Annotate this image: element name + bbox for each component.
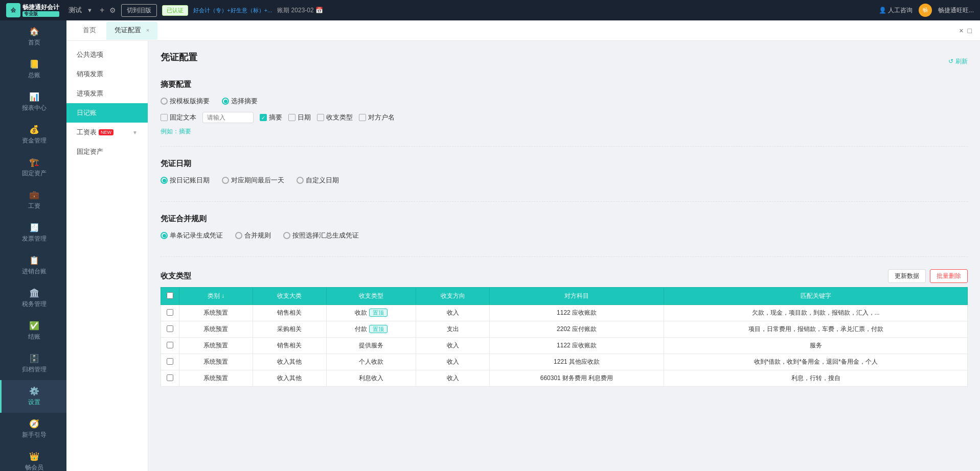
- switch-version-button[interactable]: 切到旧版: [121, 4, 157, 17]
- row-checkbox[interactable]: [167, 342, 173, 348]
- sidebar-item-purchase[interactable]: 📋 进销台账: [0, 249, 66, 282]
- payment-types-actions: 更新数据 批量删除: [888, 269, 968, 283]
- counterpart-checkbox-box: [359, 114, 366, 121]
- sidebar-item-ledger[interactable]: 📒 总账: [0, 53, 66, 86]
- left-nav-sales[interactable]: 销项发票: [66, 64, 148, 84]
- sidebar-item-tax[interactable]: 🏛️ 税务管理: [0, 282, 66, 315]
- sidebar-item-settle[interactable]: ✅ 结账: [0, 315, 66, 347]
- row-checkbox-cell[interactable]: [161, 305, 179, 321]
- row-checkbox-cell[interactable]: [161, 338, 179, 354]
- th-major: 收支大类: [253, 288, 326, 305]
- tab-config[interactable]: 凭证配置 ×: [106, 21, 157, 40]
- radio-summary-rule[interactable]: 按照选择汇总生成凭证: [283, 231, 359, 240]
- asset-icon: 🏗️: [29, 157, 39, 167]
- radio-custom-date[interactable]: 自定义日期: [297, 176, 339, 185]
- refresh-icon: ↺: [948, 58, 953, 65]
- row-checkbox[interactable]: [167, 358, 173, 365]
- row-major: 采购相关: [253, 321, 326, 338]
- maximize-window-button[interactable]: □: [968, 27, 972, 35]
- sidebar-item-label: 发票管理: [22, 234, 47, 243]
- sidebar-item-invoice[interactable]: 🧾 发票管理: [0, 217, 66, 249]
- row-subject: 2202 应付账款: [490, 321, 664, 338]
- th-type: 收支类型: [326, 288, 416, 305]
- th-checkbox[interactable]: [161, 288, 179, 305]
- radio-select-summary[interactable]: 选择摘要: [222, 97, 258, 106]
- support-label[interactable]: 👤 人工咨询: [879, 6, 913, 15]
- pay-type-checkbox[interactable]: 收支类型: [317, 113, 353, 122]
- counterpart-checkbox[interactable]: 对方户名: [359, 113, 395, 122]
- dropdown-arrow[interactable]: ▼: [87, 7, 93, 13]
- fixed-text-checkbox[interactable]: 固定文本: [161, 113, 196, 122]
- sidebar-item-report[interactable]: 📊 报表中心: [0, 86, 66, 119]
- main-layout: 🏠 首页 📒 总账 📊 报表中心 💰 资金管理 🏗️ 固定资产 💼 工资 🧾 发…: [0, 20, 980, 471]
- close-window-button[interactable]: ×: [959, 27, 963, 35]
- left-nav-salary-table[interactable]: 工资表 NEW ▼: [66, 123, 148, 142]
- row-checkbox-cell[interactable]: [161, 370, 179, 387]
- batch-delete-button[interactable]: 批量删除: [930, 269, 968, 283]
- tab-bar-actions: × □: [959, 27, 972, 35]
- sidebar-item-settings[interactable]: ⚙️ 设置: [0, 380, 66, 413]
- payment-types-section: 收支类型 更新数据 批量删除 类别 ↓: [161, 269, 968, 397]
- row-checkbox-cell[interactable]: [161, 321, 179, 338]
- merge-rules-radio-group: 单条记录生成凭证 合并规则 按照选择汇总生成凭证: [161, 231, 968, 240]
- left-nav: 公共选项 销项发票 进项发票 日记账 工资表 NEW ▼ 固定资产: [66, 41, 148, 471]
- fixed-text-input[interactable]: [202, 112, 254, 123]
- home-icon: 🏠: [29, 27, 39, 36]
- fixed-text-checkbox-box: [161, 114, 168, 121]
- left-nav-fixed-asset[interactable]: 固定资产: [66, 142, 148, 161]
- tax-icon: 🏛️: [29, 288, 39, 298]
- sidebar-item-home[interactable]: 🏠 首页: [0, 20, 66, 53]
- page-title: 凭证配置: [161, 51, 197, 63]
- type-tag[interactable]: 置顶: [369, 309, 388, 317]
- radio-circle-template: [161, 98, 168, 105]
- sidebar-item-member[interactable]: 👑 畅会员: [0, 445, 66, 471]
- top-bar-right: 👤 人工咨询 畅 畅捷通旺旺...: [879, 4, 974, 17]
- tab-bar: 首页 凭证配置 × × □: [66, 20, 980, 41]
- sidebar-item-guide[interactable]: 🧭 新手引导: [0, 413, 66, 445]
- select-all-checkbox[interactable]: [167, 292, 173, 299]
- settle-icon: ✅: [29, 321, 39, 331]
- content-area: 首页 凭证配置 × × □ 公共选项 销项发票 进项发票: [66, 20, 980, 471]
- left-nav-public[interactable]: 公共选项: [66, 45, 148, 64]
- row-checkbox[interactable]: [167, 325, 173, 332]
- update-data-button[interactable]: 更新数据: [888, 269, 926, 283]
- type-tag[interactable]: 置顶: [369, 325, 388, 333]
- row-checkbox-cell[interactable]: [161, 354, 179, 370]
- radio-template-summary[interactable]: 按模板版摘要: [161, 97, 210, 106]
- chevron-down-icon: ▼: [132, 130, 138, 135]
- summary-checkbox[interactable]: ✓ 摘要: [260, 113, 282, 122]
- radio-merge-rule[interactable]: 合并规则: [235, 231, 271, 240]
- user-name: 畅捷通旺旺...: [938, 6, 974, 15]
- row-checkbox[interactable]: [167, 374, 173, 381]
- fund-icon: 💰: [29, 125, 39, 134]
- row-direction: 收入: [416, 370, 490, 387]
- row-major: 销售相关: [253, 305, 326, 321]
- row-category: 系统预置: [179, 370, 253, 387]
- example-text: 例如：摘要: [161, 127, 968, 136]
- row-category: 系统预置: [179, 338, 253, 354]
- radio-single-record[interactable]: 单条记录生成凭证: [161, 231, 223, 240]
- sidebar-item-label: 结账: [28, 333, 40, 341]
- settings-icon[interactable]: ⚙: [109, 6, 116, 14]
- period-info: 账期 2023-02 📅: [277, 6, 323, 15]
- row-type: 个人收款: [326, 354, 416, 370]
- refresh-button[interactable]: ↺ 刷新: [948, 57, 968, 66]
- logo-text: 畅捷通好会计 专业版: [22, 4, 59, 16]
- tab-home[interactable]: 首页: [75, 21, 104, 40]
- radio-circle-select: [222, 98, 229, 105]
- sidebar-item-fund[interactable]: 💰 资金管理: [0, 119, 66, 151]
- sidebar-item-salary[interactable]: 💼 工资: [0, 184, 66, 217]
- sidebar-item-archive[interactable]: 🗄️ 归档管理: [0, 347, 66, 380]
- radio-last-day[interactable]: 对应期间最后一天: [222, 176, 284, 185]
- sidebar-item-asset[interactable]: 🏗️ 固定资产: [0, 151, 66, 184]
- payment-types-table: 类别 ↓ 收支大类 收支类型 收支方向 对方科目 匹配关键字 系统预置 销售相关…: [161, 287, 968, 387]
- radio-journal-date[interactable]: 按日记账日期: [161, 176, 210, 185]
- row-checkbox[interactable]: [167, 309, 173, 316]
- date-checkbox[interactable]: 日期: [288, 113, 311, 122]
- left-nav-journal[interactable]: 日记账: [66, 103, 148, 123]
- left-nav-purchase-inv[interactable]: 进项发票: [66, 84, 148, 103]
- summary-radio-group: 按模板版摘要 选择摘要: [161, 97, 968, 106]
- tab-close-button[interactable]: ×: [146, 27, 149, 33]
- add-icon[interactable]: +: [100, 6, 104, 15]
- new-badge: NEW: [99, 129, 113, 135]
